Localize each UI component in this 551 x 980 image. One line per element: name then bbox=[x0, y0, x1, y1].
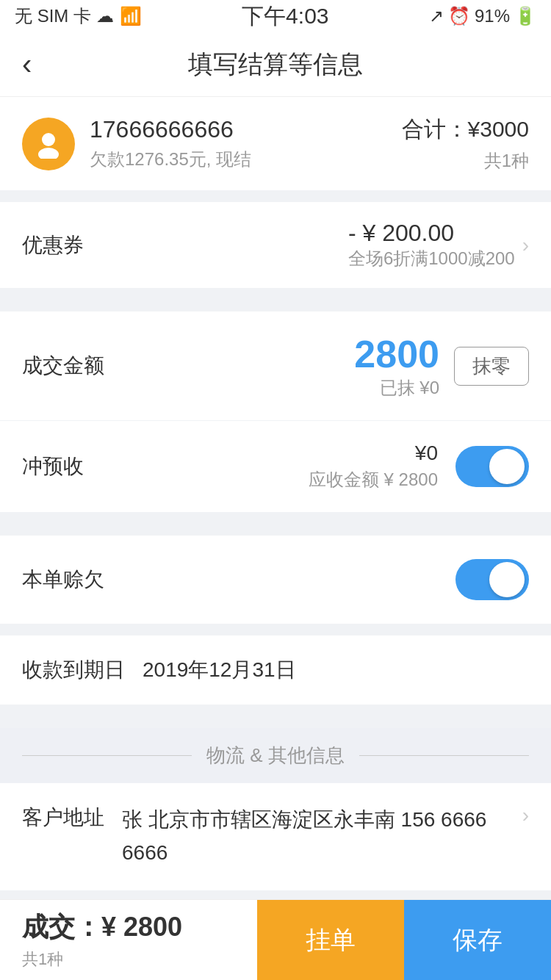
battery-text: 91% bbox=[475, 6, 510, 26]
hold-order-button[interactable]: 挂单 bbox=[257, 900, 404, 980]
prepay-row: 冲预收 ¥0 应收金额 ¥ 2800 bbox=[0, 421, 551, 512]
coupon-label: 优惠券 bbox=[22, 231, 84, 259]
logistics-label: 物流 & 其他信息 bbox=[206, 743, 345, 768]
customer-card: 17666666666 欠款1276.35元, 现结 合计：¥3000 共1种 bbox=[0, 97, 551, 190]
round-zero-button[interactable]: 抹零 bbox=[454, 347, 529, 386]
sim-status: 无 SIM 卡 ☁ bbox=[15, 4, 114, 28]
section-divider-2 bbox=[0, 524, 551, 536]
customer-right: 合计：¥3000 共1种 bbox=[402, 115, 529, 173]
prepay-right: ¥0 应收金额 ¥ 2800 bbox=[309, 442, 438, 491]
deal-amount-row: 成交金额 2800 已抹 ¥0 抹零 bbox=[0, 311, 551, 421]
footer-amount: 成交：¥ 2800 bbox=[22, 909, 235, 945]
debt-label: 本单赊欠 bbox=[22, 566, 104, 594]
deal-amount-value: 2800 bbox=[354, 332, 439, 376]
address-chevron-icon: › bbox=[522, 804, 529, 827]
alarm-icon: ⏰ bbox=[448, 6, 470, 26]
prepay-label: 冲预收 bbox=[22, 453, 84, 480]
chevron-right-icon: › bbox=[522, 234, 529, 257]
back-button[interactable]: ‹ bbox=[22, 48, 32, 81]
footer-deal-label: 成交： bbox=[22, 912, 101, 942]
customer-info: 17666666666 欠款1276.35元, 现结 bbox=[90, 116, 251, 171]
amount-block: 2800 已抹 ¥0 抹零 bbox=[354, 332, 529, 400]
customer-phone: 17666666666 bbox=[90, 116, 251, 143]
coupon-discount: - ¥ 200.00 bbox=[348, 220, 515, 247]
prepay-toggle[interactable] bbox=[455, 446, 529, 487]
svg-point-0 bbox=[42, 133, 55, 146]
coupon-detail: 全场6折满1000减200 bbox=[348, 247, 515, 270]
section-divider-1 bbox=[0, 300, 551, 311]
order-count: 共1种 bbox=[402, 149, 529, 173]
customer-left: 17666666666 欠款1276.35元, 现结 bbox=[22, 116, 251, 171]
status-time: 下午4:03 bbox=[242, 1, 328, 32]
wifi-icon: 📶 bbox=[120, 6, 142, 26]
address-row[interactable]: 客户地址 张 北京市市辖区海淀区永丰南 156 6666 6666 › bbox=[0, 783, 551, 890]
deal-amount-sub: 已抹 ¥0 bbox=[354, 376, 439, 400]
status-bar: 无 SIM 卡 ☁ 📶 下午4:03 ↗ ⏰ 91% 🔋 bbox=[0, 0, 551, 32]
debt-row: 本单赊欠 bbox=[0, 536, 551, 624]
footer-amount-value: ¥ 2800 bbox=[101, 912, 182, 942]
status-left: 无 SIM 卡 ☁ 📶 bbox=[15, 4, 142, 28]
order-total: 合计：¥3000 bbox=[402, 115, 529, 145]
address-label: 客户地址 bbox=[22, 804, 110, 832]
footer: 成交：¥ 2800 共1种 挂单 保存 bbox=[0, 899, 551, 980]
avatar bbox=[22, 118, 75, 170]
save-button[interactable]: 保存 bbox=[404, 900, 551, 980]
logistics-line-right bbox=[359, 755, 529, 756]
battery-icon: 🔋 bbox=[514, 6, 536, 26]
prepay-sub: 应收金额 ¥ 2800 bbox=[309, 468, 438, 491]
due-date-value: 2019年12月31日 bbox=[143, 656, 296, 684]
deal-amount-section: 成交金额 2800 已抹 ¥0 抹零 冲预收 ¥0 应收金额 ¥ 2800 bbox=[0, 311, 551, 512]
page-title: 填写结算等信息 bbox=[188, 48, 363, 82]
prepay-amount: ¥0 bbox=[309, 442, 438, 465]
address-value: 张 北京市市辖区海淀区永丰南 156 6666 6666 bbox=[122, 804, 511, 870]
svg-point-1 bbox=[38, 148, 59, 159]
due-date-row: 收款到期日 2019年12月31日 bbox=[0, 635, 551, 705]
logistics-header: 物流 & 其他信息 bbox=[0, 728, 551, 783]
debt-toggle[interactable] bbox=[455, 559, 529, 600]
footer-info: 成交：¥ 2800 共1种 bbox=[0, 900, 257, 980]
status-right: ↗ ⏰ 91% 🔋 bbox=[429, 6, 536, 26]
customer-debt: 欠款1276.35元, 现结 bbox=[90, 148, 251, 171]
deal-amount-label: 成交金额 bbox=[22, 352, 104, 380]
logistics-line-left bbox=[22, 755, 192, 756]
coupon-row[interactable]: 优惠券 - ¥ 200.00 全场6折满1000减200 › bbox=[0, 202, 551, 288]
location-icon: ↗ bbox=[429, 6, 444, 26]
coupon-right: - ¥ 200.00 全场6折满1000减200 › bbox=[348, 220, 529, 270]
footer-count: 共1种 bbox=[22, 948, 235, 970]
section-divider-3 bbox=[0, 716, 551, 728]
due-date-label: 收款到期日 bbox=[22, 656, 125, 684]
header: ‹ 填写结算等信息 bbox=[0, 32, 551, 97]
